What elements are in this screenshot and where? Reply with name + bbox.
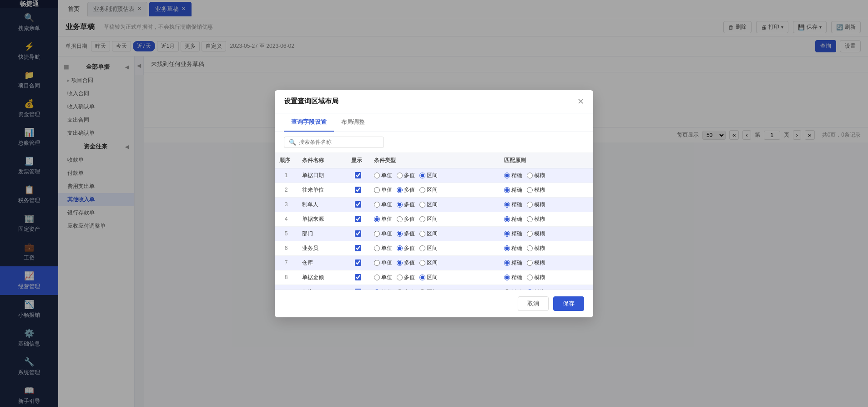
- row-match-8[interactable]: 精确模糊: [500, 285, 593, 290]
- row-order-7: 8: [275, 270, 298, 285]
- radio-match-fuzzy-3[interactable]: 模糊: [527, 215, 545, 223]
- row-order-6: 7: [275, 255, 298, 270]
- radio-match-fuzzy-7[interactable]: 模糊: [527, 274, 545, 281]
- radio-match-exact-0[interactable]: 精确: [504, 172, 522, 179]
- modal-table-body: 1单据日期单值多值区间精确模糊2往来单位单值多值区间精确模糊3制单人单值多值区间…: [275, 168, 593, 290]
- row-name-3: 单据来源: [298, 212, 347, 226]
- row-type-2[interactable]: 单值多值区间: [369, 197, 500, 212]
- radio-type-range-2[interactable]: 区间: [419, 201, 438, 209]
- checkbox-show-0[interactable]: [355, 172, 361, 178]
- modal-tab-layout[interactable]: 布局调整: [334, 113, 372, 132]
- radio-match-fuzzy-4[interactable]: 模糊: [527, 230, 545, 238]
- row-name-6: 仓库: [298, 255, 347, 270]
- table-row: 2往来单位单值多值区间精确模糊: [275, 183, 593, 197]
- row-match-7[interactable]: 精确模糊: [500, 270, 593, 285]
- radio-match-exact-7[interactable]: 精确: [504, 274, 522, 281]
- checkbox-show-1[interactable]: [355, 187, 361, 193]
- row-match-5[interactable]: 精确模糊: [500, 241, 593, 255]
- row-show-1[interactable]: [347, 183, 369, 197]
- radio-type-single-6[interactable]: 单值: [374, 259, 392, 267]
- radio-match-fuzzy-2[interactable]: 模糊: [527, 201, 545, 209]
- radio-match-exact-4[interactable]: 精确: [504, 230, 522, 238]
- row-type-7[interactable]: 单值多值区间: [369, 270, 500, 285]
- radio-type-single-7[interactable]: 单值: [374, 274, 392, 281]
- row-show-3[interactable]: [347, 212, 369, 226]
- row-show-7[interactable]: [347, 270, 369, 285]
- radio-type-multi-0[interactable]: 多值: [397, 172, 415, 179]
- row-match-1[interactable]: 精确模糊: [500, 183, 593, 197]
- row-type-5[interactable]: 单值多值区间: [369, 241, 500, 255]
- radio-type-multi-7[interactable]: 多值: [397, 274, 415, 281]
- radio-match-exact-3[interactable]: 精确: [504, 215, 522, 223]
- search-input[interactable]: [299, 139, 379, 145]
- checkbox-show-3[interactable]: [355, 216, 361, 222]
- radio-type-range-3[interactable]: 区间: [419, 215, 438, 223]
- radio-type-range-1[interactable]: 区间: [419, 186, 438, 194]
- row-name-0: 单据日期: [298, 168, 347, 183]
- radio-type-multi-4[interactable]: 多值: [397, 230, 415, 238]
- radio-type-range-5[interactable]: 区间: [419, 244, 438, 252]
- radio-match-fuzzy-0[interactable]: 模糊: [527, 172, 545, 179]
- radio-type-multi-1[interactable]: 多值: [397, 186, 415, 194]
- modal-tabs: 查询字段设置布局调整: [275, 113, 593, 132]
- radio-type-range-4[interactable]: 区间: [419, 230, 438, 238]
- row-show-8[interactable]: [347, 285, 369, 290]
- radio-match-fuzzy-6[interactable]: 模糊: [527, 259, 545, 267]
- radio-match-exact-2[interactable]: 精确: [504, 201, 522, 209]
- row-show-6[interactable]: [347, 255, 369, 270]
- row-type-4[interactable]: 单值多值区间: [369, 226, 500, 241]
- radio-type-single-0[interactable]: 单值: [374, 172, 392, 179]
- modal-search: 🔍: [275, 132, 593, 153]
- row-match-6[interactable]: 精确模糊: [500, 255, 593, 270]
- row-show-0[interactable]: [347, 168, 369, 183]
- radio-type-multi-2[interactable]: 多值: [397, 201, 415, 209]
- modal-tab-query-fields[interactable]: 查询字段设置: [284, 113, 334, 132]
- modal-table: 顺序条件名称显示条件类型匹配原则 1单据日期单值多值区间精确模糊2往来单位单值多…: [275, 153, 593, 290]
- radio-type-multi-6[interactable]: 多值: [397, 259, 415, 267]
- radio-type-range-7[interactable]: 区间: [419, 274, 438, 281]
- row-show-4[interactable]: [347, 226, 369, 241]
- radio-match-fuzzy-1[interactable]: 模糊: [527, 186, 545, 194]
- radio-match-exact-1[interactable]: 精确: [504, 186, 522, 194]
- row-match-2[interactable]: 精确模糊: [500, 197, 593, 212]
- table-row: 4单据来源单值多值区间精确模糊: [275, 212, 593, 226]
- row-show-2[interactable]: [347, 197, 369, 212]
- checkbox-show-6[interactable]: [355, 259, 361, 266]
- row-order-8: 9: [275, 285, 298, 290]
- radio-type-single-1[interactable]: 单值: [374, 186, 392, 194]
- radio-type-multi-5[interactable]: 多值: [397, 244, 415, 252]
- row-type-0[interactable]: 单值多值区间: [369, 168, 500, 183]
- radio-type-single-3[interactable]: 单值: [374, 215, 392, 223]
- modal-th-匹配原则: 匹配原则: [500, 153, 593, 168]
- checkbox-show-7[interactable]: [355, 274, 361, 280]
- radio-match-exact-6[interactable]: 精确: [504, 259, 522, 267]
- row-type-6[interactable]: 单值多值区间: [369, 255, 500, 270]
- modal-overlay: 设置查询区域布局 ✕ 查询字段设置布局调整 🔍 顺序条件名称显示条件类型匹配原则…: [0, 0, 868, 407]
- cancel-button[interactable]: 取消: [518, 296, 549, 311]
- radio-type-multi-3[interactable]: 多值: [397, 215, 415, 223]
- checkbox-show-2[interactable]: [355, 201, 361, 208]
- radio-match-exact-5[interactable]: 精确: [504, 244, 522, 252]
- save-button[interactable]: 保存: [553, 296, 584, 311]
- radio-type-range-0[interactable]: 区间: [419, 172, 438, 179]
- row-show-5[interactable]: [347, 241, 369, 255]
- row-match-4[interactable]: 精确模糊: [500, 226, 593, 241]
- row-order-0: 1: [275, 168, 298, 183]
- search-icon: 🔍: [289, 139, 296, 146]
- checkbox-show-4[interactable]: [355, 230, 361, 237]
- modal-footer: 取消 保存: [275, 290, 593, 317]
- radio-type-single-4[interactable]: 单值: [374, 230, 392, 238]
- radio-type-range-6[interactable]: 区间: [419, 259, 438, 267]
- radio-type-single-5[interactable]: 单值: [374, 244, 392, 252]
- row-type-1[interactable]: 单值多值区间: [369, 183, 500, 197]
- checkbox-show-5[interactable]: [355, 245, 361, 251]
- modal-close-button[interactable]: ✕: [577, 97, 584, 107]
- row-type-8[interactable]: 单值多值区间: [369, 285, 500, 290]
- row-match-3[interactable]: 精确模糊: [500, 212, 593, 226]
- row-order-1: 2: [275, 183, 298, 197]
- radio-match-fuzzy-5[interactable]: 模糊: [527, 244, 545, 252]
- row-name-2: 制单人: [298, 197, 347, 212]
- row-match-0[interactable]: 精确模糊: [500, 168, 593, 183]
- row-type-3[interactable]: 单值多值区间: [369, 212, 500, 226]
- radio-type-single-2[interactable]: 单值: [374, 201, 392, 209]
